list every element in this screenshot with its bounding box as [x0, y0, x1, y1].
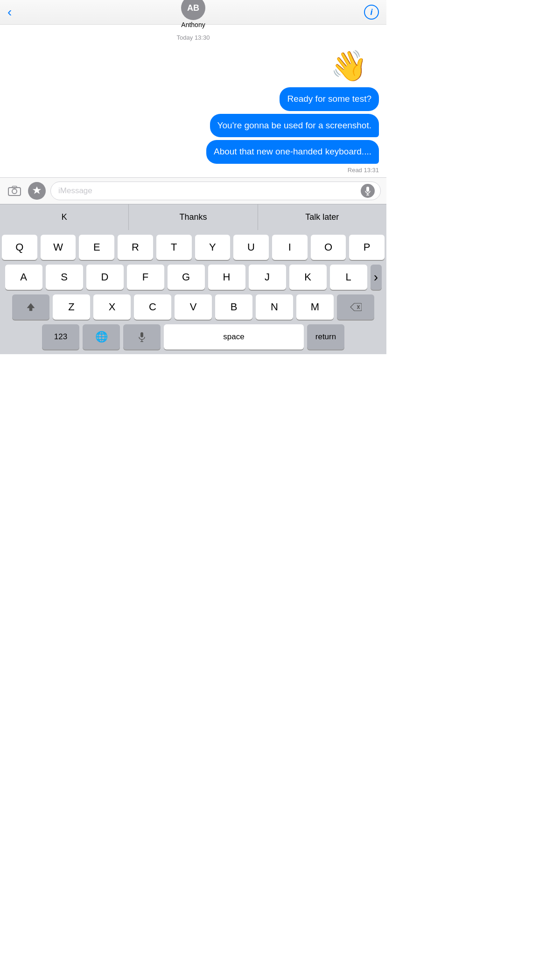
key-z[interactable]: Z — [53, 294, 90, 320]
key-s[interactable]: S — [46, 265, 83, 290]
key-u[interactable]: U — [233, 235, 269, 260]
globe-key[interactable]: 🌐 — [83, 324, 120, 350]
key-c[interactable]: C — [134, 294, 171, 320]
message-bubble: About that new one-handed keyboard.... — [206, 140, 379, 164]
timestamp-label: Today 13:30 — [7, 34, 379, 41]
key-g[interactable]: G — [168, 265, 205, 290]
keyboard-row-1: Q W E R T Y U I O P — [2, 235, 385, 260]
message-placeholder: iMessage — [58, 186, 92, 196]
predictive-text-bar: K Thanks Talk later — [0, 204, 386, 230]
key-f[interactable]: F — [127, 265, 164, 290]
keyboard: Q W E R T Y U I O P A S D F G H J K L › … — [0, 230, 386, 354]
keyboard-row-3: Z X C V B N M — [2, 294, 385, 320]
message-row: Ready for some test? — [7, 87, 379, 111]
message-row: About that new one-handed keyboard.... — [7, 140, 379, 164]
key-y[interactable]: Y — [195, 235, 231, 260]
message-row: You're gonna be used for a screenshot. — [7, 114, 379, 138]
wave-emoji: 👋 — [7, 49, 379, 84]
backspace-key[interactable] — [337, 294, 374, 320]
messages-area: Today 13:30 👋 Ready for some test? You'r… — [0, 25, 386, 177]
microphone-key[interactable] — [123, 324, 161, 350]
contact-name: Anthony — [181, 21, 205, 28]
camera-button[interactable] — [6, 182, 23, 200]
navigation-header: ‹ AB Anthony i — [0, 0, 386, 25]
message-input[interactable]: iMessage — [50, 182, 381, 200]
key-d[interactable]: D — [86, 265, 124, 290]
svg-rect-3 — [366, 187, 369, 192]
keyboard-row-2: A S D F G H J K L › — [2, 265, 385, 290]
message-bubble: You're gonna be used for a screenshot. — [210, 114, 379, 138]
key-e[interactable]: E — [79, 235, 114, 260]
return-key[interactable]: return — [307, 324, 344, 350]
svg-point-1 — [12, 189, 17, 194]
key-n[interactable]: N — [256, 294, 293, 320]
avatar[interactable]: AB — [181, 0, 205, 20]
one-handed-keyboard-button[interactable]: › — [371, 265, 382, 290]
info-button[interactable]: i — [364, 5, 379, 20]
key-q[interactable]: Q — [2, 235, 37, 260]
numbers-key[interactable]: 123 — [42, 324, 79, 350]
key-x[interactable]: X — [93, 294, 131, 320]
space-key[interactable]: space — [164, 324, 304, 350]
back-button[interactable]: ‹ — [7, 5, 12, 20]
predictive-item-k[interactable]: K — [0, 204, 129, 230]
key-i[interactable]: I — [272, 235, 308, 260]
key-v[interactable]: V — [175, 294, 212, 320]
shift-key[interactable] — [12, 294, 49, 320]
key-a[interactable]: A — [5, 265, 42, 290]
keyboard-row-4: 123 🌐 space return — [2, 324, 385, 350]
key-h[interactable]: H — [208, 265, 245, 290]
microphone-button[interactable] — [361, 184, 375, 198]
key-p[interactable]: P — [349, 235, 385, 260]
app-store-button[interactable] — [28, 182, 46, 200]
predictive-item-thanks[interactable]: Thanks — [129, 204, 258, 230]
svg-rect-6 — [140, 332, 143, 337]
predictive-item-talk-later[interactable]: Talk later — [258, 204, 386, 230]
key-t[interactable]: T — [156, 235, 192, 260]
contact-info: AB Anthony — [181, 0, 205, 28]
read-receipt: Read 13:31 — [7, 167, 379, 174]
key-m[interactable]: M — [296, 294, 334, 320]
message-bubble: Ready for some test? — [280, 87, 379, 111]
key-w[interactable]: W — [41, 235, 76, 260]
key-r[interactable]: R — [118, 235, 153, 260]
key-j[interactable]: J — [249, 265, 286, 290]
key-b[interactable]: B — [215, 294, 252, 320]
key-l[interactable]: L — [330, 265, 367, 290]
input-bar: iMessage — [0, 177, 386, 204]
key-k[interactable]: K — [289, 265, 327, 290]
key-o[interactable]: O — [311, 235, 346, 260]
